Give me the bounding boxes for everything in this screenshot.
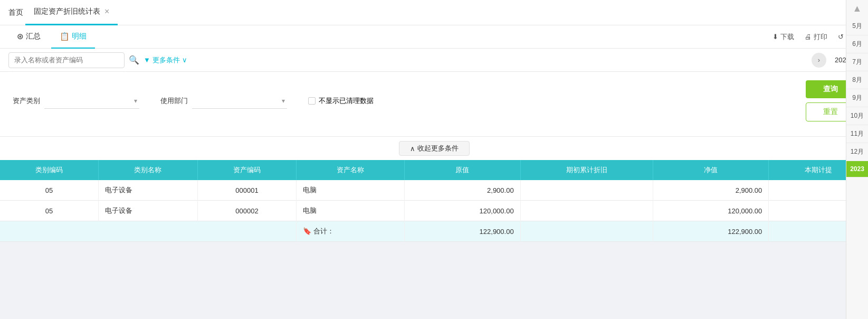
- refresh-icon: ↺: [838, 33, 844, 41]
- total-net-value: 122,900.00: [653, 221, 769, 242]
- summary-tab-label: 汇总: [26, 32, 41, 41]
- sidebar-month-9[interactable]: 9月: [846, 89, 868, 107]
- asset-type-select-wrapper: [44, 93, 139, 109]
- sidebar-month-7[interactable]: 7月: [846, 53, 868, 71]
- search-icon[interactable]: 🔍: [129, 55, 139, 65]
- cell-asset-name: 电脑: [297, 180, 405, 201]
- asset-type-label: 资产类别: [13, 96, 40, 106]
- sidebar-month-11[interactable]: 11月: [846, 125, 868, 143]
- sub-tabs-bar: ⊛ 汇总 📋 明细 ⬇ 下载 🖨 打印 ↺ 刷新: [0, 25, 868, 49]
- no-cleared-label: 不显示已清理数据: [319, 96, 374, 106]
- col-header-original-value: 原值: [405, 160, 521, 180]
- cell-net-value: 2,900.00: [653, 180, 769, 201]
- cell-net-value: 120,000.00: [653, 201, 769, 221]
- collapse-bar: ∧ 收起更多条件: [0, 137, 868, 160]
- tab-label: 固定资产折旧统计表: [34, 7, 100, 16]
- cell-category-name: 电子设备: [98, 180, 197, 201]
- sidebar-month-10[interactable]: 10月: [846, 107, 868, 125]
- total-accum-depreciation: [520, 221, 653, 242]
- right-sidebar: ▲ 5月 6月 7月 8月 9月 10月 11月 12月 2023: [846, 0, 868, 319]
- table-row: 05 电子设备 000001 电脑 2,900.00 2,900.00: [0, 180, 868, 201]
- total-icon: 🔖: [303, 227, 311, 235]
- col-header-accum-depreciation: 期初累计折旧: [520, 160, 653, 180]
- dept-select-wrapper: [192, 93, 287, 109]
- print-label: 打印: [814, 32, 827, 42]
- asset-type-select[interactable]: [44, 93, 139, 109]
- collapse-label: 收起更多条件: [417, 144, 459, 153]
- cell-code: 05: [0, 180, 98, 201]
- tab-summary[interactable]: ⊛ 汇总: [8, 25, 49, 49]
- search-bar: 🔍 ▼ 更多条件 ∨ › 2023.01: [0, 49, 868, 72]
- more-filter-button[interactable]: ▼ 更多条件 ∨: [144, 55, 187, 65]
- summary-icon: ⊛: [17, 32, 24, 41]
- download-button[interactable]: ⬇ 下载: [772, 32, 794, 42]
- sidebar-up-button[interactable]: ▲: [846, 0, 868, 17]
- cell-original-value: 120,000.00: [405, 201, 521, 221]
- tab-detail[interactable]: 📋 明细: [51, 25, 95, 49]
- total-label-text: 🔖合计：: [297, 221, 405, 242]
- cell-original-value: 2,900.00: [405, 180, 521, 201]
- asset-type-filter: 资产类别: [13, 93, 139, 109]
- col-header-asset-code: 资产编码: [197, 160, 297, 180]
- sidebar-month-8[interactable]: 8月: [846, 71, 868, 89]
- cell-asset-code: 000001: [197, 180, 297, 201]
- detail-icon: 📋: [60, 32, 70, 41]
- table-total-row: 🔖合计： 122,900.00 122,900.00: [0, 221, 868, 242]
- print-icon: 🖨: [805, 33, 812, 41]
- cell-asset-name: 电脑: [297, 201, 405, 221]
- detail-tab-label: 明细: [72, 32, 87, 41]
- sidebar-month-6[interactable]: 6月: [846, 35, 868, 53]
- active-tab[interactable]: 固定资产折旧统计表 ×: [25, 0, 118, 25]
- total-original-value: 122,900.00: [405, 221, 521, 242]
- collapse-icon: ∧: [410, 145, 415, 153]
- top-nav: 首页 固定资产折旧统计表 × ✕: [0, 0, 868, 25]
- chevron-down-icon: ∨: [182, 56, 187, 64]
- search-input[interactable]: [8, 52, 125, 68]
- download-label: 下载: [780, 32, 794, 42]
- cell-code: 05: [0, 201, 98, 221]
- table-body: 05 电子设备 000001 电脑 2,900.00 2,900.00 05 电…: [0, 180, 868, 242]
- filter-label: 更多条件: [152, 55, 180, 65]
- no-cleared-checkbox[interactable]: [308, 97, 316, 105]
- table-header-row: 类别编码 类别名称 资产编码 资产名称 原值 期初累计折旧 净值 本期计提: [0, 160, 868, 180]
- tab-close-icon[interactable]: ×: [104, 7, 109, 16]
- dept-select[interactable]: [192, 93, 287, 109]
- filter-icon: ▼: [144, 56, 150, 64]
- col-header-net-value: 净值: [653, 160, 769, 180]
- sidebar-year-active[interactable]: 2023: [846, 161, 868, 177]
- dept-filter: 使用部门: [160, 93, 287, 109]
- no-cleared-checkbox-wrapper[interactable]: 不显示已清理数据: [308, 96, 374, 106]
- data-table: 类别编码 类别名称 资产编码 资产名称 原值 期初累计折旧 净值 本期计提 05…: [0, 160, 868, 242]
- filter-row: 资产类别 使用部门 不显示已清理数据 查询 重置: [13, 80, 855, 121]
- cell-category-name: 电子设备: [98, 201, 197, 221]
- col-header-category-name: 类别名称: [98, 160, 197, 180]
- cell-asset-code: 000002: [197, 201, 297, 221]
- cell-accum-depreciation: [520, 180, 653, 201]
- sidebar-month-5[interactable]: 5月: [846, 17, 868, 35]
- table-row: 05 电子设备 000002 电脑 120,000.00 120,000.00: [0, 201, 868, 221]
- total-label: [0, 221, 297, 242]
- sidebar-month-12[interactable]: 12月: [846, 143, 868, 161]
- nav-right-arrow[interactable]: ›: [812, 53, 826, 68]
- filter-area: 资产类别 使用部门 不显示已清理数据 查询 重置: [0, 72, 868, 137]
- home-link[interactable]: 首页: [8, 8, 23, 17]
- collapse-button[interactable]: ∧ 收起更多条件: [399, 141, 470, 156]
- print-button[interactable]: 🖨 打印: [805, 32, 827, 42]
- download-icon: ⬇: [772, 33, 778, 41]
- col-header-category-code: 类别编码: [0, 160, 98, 180]
- table-container: 类别编码 类别名称 资产编码 资产名称 原值 期初累计折旧 净值 本期计提 05…: [0, 160, 868, 242]
- cell-accum-depreciation: [520, 201, 653, 221]
- dept-label: 使用部门: [160, 96, 188, 106]
- col-header-asset-name: 资产名称: [297, 160, 405, 180]
